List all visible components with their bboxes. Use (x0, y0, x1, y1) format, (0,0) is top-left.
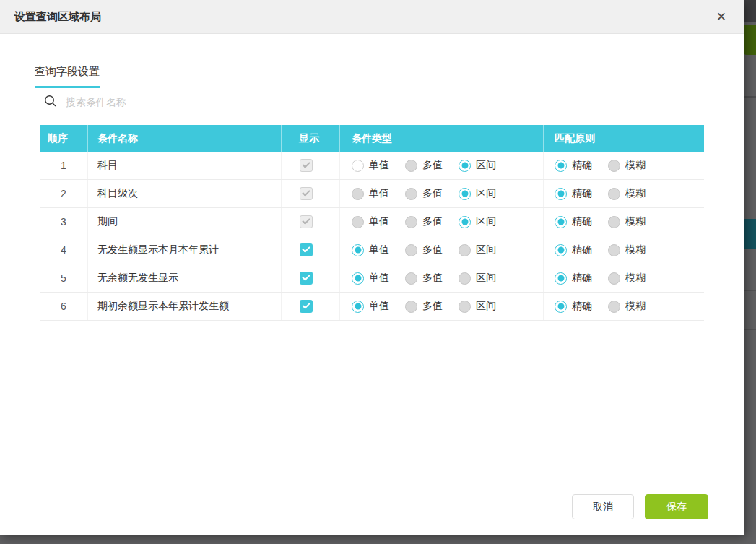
radio-icon[interactable] (608, 216, 620, 228)
type-option[interactable]: 区间 (459, 272, 496, 285)
type-option[interactable]: 区间 (459, 300, 496, 313)
match-option[interactable]: 精确 (555, 187, 592, 200)
table-row: 1 科目 单值多值区间 精确模糊 (40, 152, 704, 180)
radio-icon[interactable] (405, 188, 417, 200)
type-option[interactable]: 单值 (352, 215, 389, 228)
radio-icon[interactable] (608, 272, 620, 285)
match-options: 精确模糊 (544, 236, 704, 264)
type-option[interactable]: 单值 (352, 159, 389, 172)
radio-icon[interactable] (555, 188, 567, 200)
match-options: 精确模糊 (544, 208, 704, 236)
radio-icon[interactable] (459, 301, 471, 313)
radio-label: 区间 (476, 300, 496, 313)
match-option[interactable]: 精确 (555, 300, 592, 313)
radio-label: 单值 (369, 243, 389, 256)
type-option[interactable]: 多值 (405, 187, 443, 200)
radio-icon[interactable] (555, 216, 567, 228)
radio-icon[interactable] (555, 244, 567, 256)
radio-icon[interactable] (405, 216, 417, 228)
search-input[interactable] (66, 96, 209, 108)
backdrop-divider (744, 96, 756, 98)
type-option[interactable]: 单值 (352, 187, 389, 200)
type-option[interactable]: 单值 (352, 300, 389, 313)
type-option[interactable]: 区间 (459, 215, 496, 228)
row-order: 5 (40, 264, 88, 292)
display-checkbox[interactable] (300, 187, 313, 200)
radio-icon[interactable] (459, 216, 471, 228)
radio-icon[interactable] (608, 160, 620, 172)
radio-icon[interactable] (405, 272, 417, 285)
display-checkbox[interactable] (300, 243, 313, 256)
match-option[interactable]: 模糊 (608, 300, 646, 313)
table-row: 3 期间 单值多值区间 精确模糊 (40, 208, 704, 236)
radio-icon[interactable] (555, 301, 567, 313)
display-checkbox[interactable] (300, 300, 313, 313)
row-name: 期初余额显示本年累计发生额 (88, 293, 282, 320)
match-option[interactable]: 精确 (555, 215, 592, 228)
radio-icon[interactable] (352, 160, 364, 172)
match-option[interactable]: 精确 (555, 272, 592, 285)
close-icon[interactable]: ✕ (713, 8, 729, 26)
tab-query-field-settings[interactable]: 查询字段设置 (35, 65, 100, 88)
radio-icon[interactable] (459, 272, 471, 285)
type-option[interactable]: 区间 (459, 243, 496, 256)
radio-icon[interactable] (405, 160, 417, 172)
radio-label: 多值 (422, 159, 443, 172)
cancel-button[interactable]: 取消 (572, 494, 634, 519)
type-options: 单值多值区间 (340, 264, 544, 292)
backdrop-divider (744, 329, 756, 330)
radio-label: 单值 (369, 272, 389, 285)
radio-icon[interactable] (352, 244, 364, 256)
radio-label: 区间 (476, 159, 496, 172)
type-option[interactable]: 多值 (405, 243, 443, 256)
match-options: 精确模糊 (544, 293, 704, 320)
type-option[interactable]: 区间 (459, 159, 496, 172)
type-options: 单值多值区间 (340, 293, 544, 320)
match-option[interactable]: 模糊 (608, 215, 646, 228)
radio-label: 精确 (572, 187, 592, 200)
radio-icon[interactable] (608, 188, 620, 200)
display-checkbox[interactable] (300, 272, 313, 285)
type-option[interactable]: 区间 (459, 187, 496, 200)
radio-icon[interactable] (459, 188, 471, 200)
radio-label: 精确 (572, 243, 592, 256)
match-option[interactable]: 精确 (555, 159, 592, 172)
display-checkbox[interactable] (300, 159, 313, 172)
type-option[interactable]: 多值 (405, 300, 443, 313)
match-option[interactable]: 模糊 (608, 243, 646, 256)
save-button[interactable]: 保存 (645, 494, 708, 519)
radio-icon[interactable] (459, 160, 471, 172)
search-box (40, 91, 209, 113)
radio-label: 区间 (476, 243, 496, 256)
column-header-display: 显示 (282, 125, 340, 152)
radio-icon[interactable] (352, 272, 364, 285)
type-option[interactable]: 单值 (352, 272, 389, 285)
column-header-name: 条件名称 (88, 125, 282, 152)
table-row: 4 无发生额显示本月本年累计 单值多值区间 精确模糊 (40, 236, 704, 264)
type-option[interactable]: 单值 (352, 243, 389, 256)
radio-label: 模糊 (625, 159, 646, 172)
radio-icon[interactable] (352, 188, 364, 200)
match-option[interactable]: 模糊 (608, 187, 646, 200)
radio-icon[interactable] (405, 301, 417, 313)
match-option[interactable]: 精确 (555, 243, 592, 256)
radio-icon[interactable] (405, 244, 417, 256)
type-options: 单值多值区间 (340, 236, 544, 264)
conditions-table: 顺序 条件名称 显示 条件类型 匹配原则 1 科目 单值多值区间 精确模糊 2 … (40, 125, 704, 321)
radio-icon[interactable] (555, 272, 567, 285)
type-option[interactable]: 多值 (405, 272, 443, 285)
match-option[interactable]: 模糊 (608, 272, 646, 285)
backdrop-green-block (744, 25, 756, 55)
type-option[interactable]: 多值 (405, 215, 443, 228)
radio-icon[interactable] (352, 216, 364, 228)
radio-icon[interactable] (608, 244, 620, 256)
radio-label: 多值 (422, 243, 443, 256)
radio-icon[interactable] (352, 301, 364, 313)
match-options: 精确模糊 (544, 152, 704, 179)
radio-icon[interactable] (459, 244, 471, 256)
display-checkbox[interactable] (300, 215, 313, 228)
match-option[interactable]: 模糊 (608, 159, 646, 172)
radio-icon[interactable] (608, 301, 620, 313)
radio-icon[interactable] (555, 160, 567, 172)
type-option[interactable]: 多值 (405, 159, 443, 172)
